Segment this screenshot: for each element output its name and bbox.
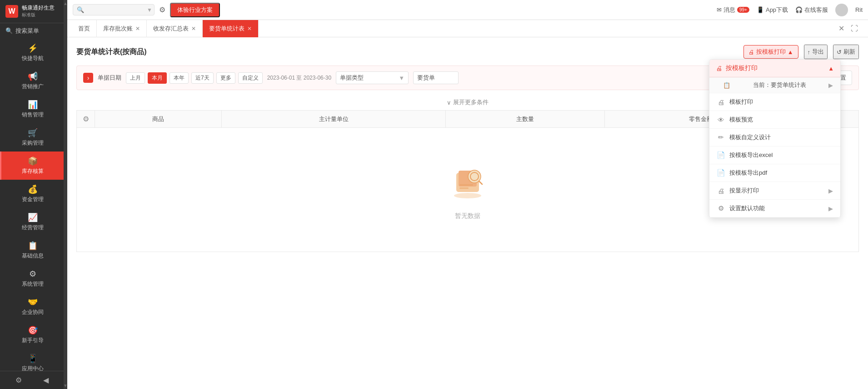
order-type-select[interactable]: 单据类型 ▼ [336,71,409,84]
sidebar-item-marketing[interactable]: 📢 营销推广 [0,67,64,95]
tab-order-stats-close[interactable]: ✕ [247,25,252,32]
finance-icon: 💰 [28,184,38,194]
sidebar-bottom: ⚙ ◀ [0,371,64,389]
tab-batch-accounts-close[interactable]: ✕ [135,25,140,32]
online-service-action[interactable]: 🎧 在线客服 [795,6,828,14]
page-header: 要货单统计表(按商品) 🖨 按模板打印 ▲ ↑ 导出 ↺ 刷新 [76,45,859,59]
date-buttons-group: 上月 本月 本年 近7天 更多 自定义 [126,72,263,84]
dropdown-item-template-export-excel[interactable]: 📄 按模板导出excel [709,147,840,164]
tab-home[interactable]: 首页 [72,20,97,37]
user-name[interactable]: Rit [855,6,863,13]
print-dropdown: 🖨 按模板打印 ▲ 📋 当前：要货单统计表 ▶ 🖨 模板打印 👁 模板预览 ✏ … [709,59,841,218]
tab-batch-accounts[interactable]: 库存批次账 ✕ [97,20,147,37]
refresh-button[interactable]: ↺ 刷新 [833,45,859,59]
date-btn-last-month[interactable]: 上月 [126,72,145,84]
print-header-icon: 🖨 [716,65,722,72]
svg-point-0 [454,193,481,198]
settings-bottom-icon[interactable]: ⚙ [15,376,22,384]
tab-receipts-summary-close[interactable]: ✕ [191,25,196,32]
tab-order-stats[interactable]: 要货单统计表 ✕ [203,20,259,37]
sales-icon: 📊 [28,100,38,110]
messages-action[interactable]: ✉ 消息 99+ [717,6,749,14]
tabbar: 首页 库存批次账 ✕ 收发存汇总表 ✕ 要货单统计表 ✕ ✕ ⛶ [67,20,868,37]
date-btn-7days[interactable]: 近7天 [191,72,214,84]
operations-icon: 📈 [28,212,38,222]
current-template-item[interactable]: 📋 当前：要货单统计表 ▶ [709,77,840,93]
topbar-search-input[interactable] [86,7,145,13]
user-avatar[interactable] [835,4,848,16]
quick-nav-icon: ⚡ [28,43,38,53]
sidebar-item-system[interactable]: ⚙ 系统管理 [0,264,64,293]
app-download-action[interactable]: 📱 App下载 [757,6,788,14]
set-default-arrow: ▶ [828,205,833,212]
template-print-icon: 🖨 [717,98,725,106]
sidebar-item-inventory[interactable]: 📦 库存核算 [0,152,64,180]
date-btn-this-year[interactable]: 本年 [170,72,189,84]
date-range-display: 2023-06-01 至 2023-06-30 [267,74,331,82]
chevron-down-icon: ∨ [447,99,451,106]
message-icon: ✉ [717,6,722,13]
dropdown-close-chevron[interactable]: ▲ [828,65,834,72]
system-icon: ⚙ [29,269,36,279]
sidebar-item-collab[interactable]: 🤝 企业协同 [0,293,64,321]
export-icon: ↑ [808,49,811,56]
sidebar-search[interactable]: 🔍 搜索菜单 [0,23,64,39]
trial-button[interactable]: 体验行业方案 [170,3,220,17]
logo-text: 畅康通好生意 标准版 [22,5,55,18]
topbar-search-box[interactable]: 🔍 ▼ [73,4,155,15]
logo-area: W 畅康通好生意 标准版 [0,0,64,23]
sidebar-item-basics[interactable]: 📋 基础信息 [0,236,64,264]
service-icon: 🎧 [795,6,803,13]
sidebar-item-sales[interactable]: 📊 销售管理 [0,95,64,123]
order-type-chevron: ▼ [399,75,404,81]
sidebar-item-operations[interactable]: 📈 经营管理 [0,208,64,236]
sidebar: W 畅康通好生意 标准版 🔍 搜索菜单 ⚡ 快捷导航 📢 营销推广 📊 销售管理… [0,0,64,389]
collapse-sidebar-icon[interactable]: ◀ [43,376,49,384]
sidebar-item-finance[interactable]: 💰 资金管理 [0,180,64,208]
col-header-quantity: 主数量 [446,111,605,128]
tab-maximize-btn[interactable]: ⛶ [849,24,860,34]
tab-receipts-summary[interactable]: 收发存汇总表 ✕ [147,20,203,37]
print-button[interactable]: 🖨 按模板打印 ▲ [743,45,798,59]
empty-text: 暂无数据 [455,212,480,220]
template-preview-icon: 👁 [717,116,725,124]
tab-close-all-btn[interactable]: ✕ [837,23,846,34]
marketing-icon: 📢 [28,71,38,81]
basics-icon: 📋 [28,241,38,251]
svg-rect-6 [459,184,473,186]
table-settings-icon[interactable]: ⚙ [83,115,89,123]
date-btn-custom[interactable]: 自定义 [238,72,263,84]
tab-expand-btns: ✕ ⛶ [833,23,863,34]
current-template-arrow: ▶ [828,82,833,89]
dropdown-item-template-design[interactable]: ✏ 模板自定义设计 [709,129,840,147]
collab-icon: 🤝 [28,297,38,307]
current-template-icon: 📋 [723,82,730,89]
filter-expand-button[interactable]: › [83,73,93,83]
dropdown-item-template-preview[interactable]: 👁 模板预览 [709,111,840,129]
message-badge: 99+ [737,7,749,13]
date-btn-more[interactable]: 更多 [216,72,235,84]
topbar-gear-icon[interactable]: ⚙ [159,5,165,14]
topbar-search-dropdown-icon[interactable]: ▼ [147,7,152,13]
dropdown-item-display-print[interactable]: 🖨 按显示打印 ▶ [709,182,840,200]
goods-filter-input[interactable]: 要货单 [413,71,459,84]
sidebar-item-purchase[interactable]: 🛒 采购管理 [0,123,64,152]
purchase-icon: 🛒 [28,128,38,138]
dropdown-item-set-default[interactable]: ⚙ 设置默认功能 ▶ [709,200,840,217]
export-button[interactable]: ↑ 导出 [804,45,828,59]
inventory-icon: 📦 [28,156,38,166]
date-btn-this-month[interactable]: 本月 [148,72,167,84]
svg-line-5 [479,181,482,184]
dropdown-header: 🖨 按模板打印 ▲ [709,60,840,77]
sidebar-item-quick-nav[interactable]: ⚡ 快捷导航 [0,39,64,67]
apps-icon: 📱 [28,354,38,364]
dropdown-item-template-export-pdf[interactable]: 📄 按模板导出pdf [709,164,840,182]
sidebar-item-apps[interactable]: 📱 应用中心 [0,349,64,371]
svg-rect-7 [459,187,469,189]
sidebar-scrollbar: ▲ ▼ [64,0,67,389]
display-print-icon: 🖨 [717,187,725,195]
col-header-unit: 主计量单位 [222,111,446,128]
sidebar-item-newbie[interactable]: 🎯 新手引导 [0,321,64,349]
display-print-arrow: ▶ [828,187,833,194]
dropdown-item-template-print[interactable]: 🖨 模板打印 [709,93,840,111]
